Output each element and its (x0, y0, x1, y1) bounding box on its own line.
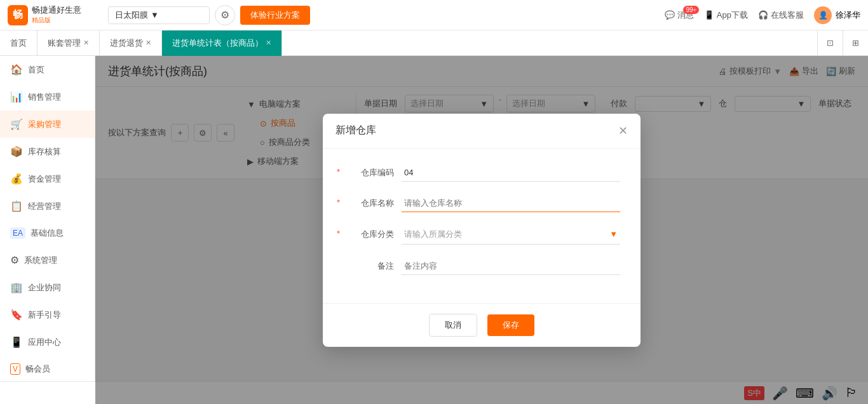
tab-purchase-stats-label: 进货单统计表（按商品） (172, 37, 263, 49)
form-row-note: 备注 (343, 257, 620, 275)
phone-icon: 📱 (704, 10, 714, 20)
sidebar-item-appcenter-label: 应用中心 (28, 337, 61, 348)
tab-purchase-returns-label: 进货退货 (110, 37, 143, 49)
sidebar-item-guide[interactable]: 🔖 新手引导 (0, 301, 95, 328)
new-warehouse-dialog: 新增仓库 ✕ 仓库编码 仓库名称 仓库分类 (323, 114, 641, 347)
gear-button[interactable]: ⚙ (215, 5, 235, 25)
tab-restore-button[interactable]: ⊡ (817, 30, 843, 56)
modal-overlay: 新增仓库 ✕ 仓库编码 仓库名称 仓库分类 (95, 56, 868, 404)
basic-icon: EA (10, 227, 25, 239)
code-input[interactable] (402, 164, 620, 182)
header-right: 💬 消息 99+ 📱 App下载 🎧 在线客服 👤 徐泽华 (665, 6, 860, 24)
name-input[interactable] (402, 194, 620, 212)
home-icon: 🏠 (10, 64, 23, 76)
top-header: 畅 畅捷通好生意 精品版 日太阳膜 ▼ ⚙ 体验行业方案 💬 消息 99+ 📱 … (0, 0, 868, 30)
sidebar-item-appcenter[interactable]: 📱 应用中心 (0, 328, 95, 356)
sidebar-item-home-label: 首页 (28, 64, 44, 76)
operation-icon: 📋 (10, 200, 23, 212)
sidebar-item-inventory-label: 库存核算 (28, 146, 61, 158)
sidebar-item-guide-label: 新手引导 (28, 309, 61, 321)
chevron-down-icon: ▼ (151, 10, 159, 20)
sidebar-item-purchase[interactable]: 🛒 采购管理 (0, 111, 95, 138)
sidebar-item-finance-label: 资金管理 (28, 173, 61, 185)
sidebar-item-operation[interactable]: 📋 经营管理 (0, 192, 95, 220)
sidebar-item-basic-label: 基础信息 (31, 227, 64, 239)
tab-accounts-close[interactable]: ✕ (83, 39, 89, 47)
inventory-icon: 📦 (10, 145, 23, 158)
dialog-title: 新增仓库 (336, 124, 376, 137)
logo-area: 畅 畅捷通好生意 精品版 (8, 5, 103, 25)
tab-maximize-button[interactable]: ⊞ (843, 30, 868, 56)
tab-purchase-returns[interactable]: 进货退货 ✕ (100, 30, 162, 56)
appcenter-icon: 📱 (10, 336, 23, 348)
form-row-category: 仓库分类 请输入所属分类 ▼ (343, 225, 620, 245)
enterprise-icon: 🏢 (10, 281, 23, 293)
name-label: 仓库名称 (343, 198, 394, 209)
member-icon: V (10, 363, 20, 375)
sidebar-item-purchase-label: 采购管理 (28, 119, 61, 130)
sidebar-item-enterprise-label: 企业协同 (28, 282, 61, 293)
sidebar-item-member[interactable]: V 畅会员 (0, 356, 95, 382)
save-button[interactable]: 保存 (487, 314, 534, 336)
logo-sub: 精品版 (32, 16, 81, 25)
content-area: 进货单统计(按商品) 🖨 按模板打印 ▼ 📤 导出 🔄 刷新 (95, 56, 868, 404)
logo-char: 畅 (13, 8, 23, 22)
guide-icon: 🔖 (10, 309, 23, 321)
store-selector[interactable]: 日太阳膜 ▼ (108, 6, 210, 24)
form-row-name: 仓库名称 (343, 194, 620, 212)
message-icon: 💬 (665, 10, 675, 20)
message-badge: 99+ (683, 6, 698, 14)
main-layout: 🏠 首页 📊 销售管理 🛒 采购管理 📦 库存核算 💰 资金管理 📋 经营管理 … (0, 56, 868, 404)
user-avatar: 👤 (814, 6, 832, 24)
logo-text: 畅捷通好生意 (32, 5, 81, 16)
tab-purchase-returns-close[interactable]: ✕ (146, 39, 151, 47)
category-chevron-icon: ▼ (609, 229, 618, 239)
online-service-item[interactable]: 🎧 在线客服 (758, 10, 804, 21)
sidebar-item-member-label: 畅会员 (25, 363, 50, 375)
dialog-close-button[interactable]: ✕ (618, 124, 628, 138)
store-name: 日太阳膜 (115, 10, 148, 21)
sidebar: 🏠 首页 📊 销售管理 🛒 采购管理 📦 库存核算 💰 资金管理 📋 经营管理 … (0, 56, 95, 404)
logo-icon: 畅 (8, 5, 28, 25)
headset-icon: 🎧 (758, 10, 768, 20)
sidebar-item-system-label: 系统管理 (24, 255, 57, 266)
tab-home-label: 首页 (10, 37, 27, 49)
finance-icon: 💰 (10, 173, 23, 185)
app-download-item[interactable]: 📱 App下载 (704, 10, 748, 21)
dialog-header: 新增仓库 ✕ (323, 114, 641, 149)
tab-bar: 首页 账套管理 ✕ 进货退货 ✕ 进货单统计表（按商品） ✕ ⊡ ⊞ (0, 30, 868, 56)
code-label: 仓库编码 (343, 167, 394, 178)
sales-icon: 📊 (10, 91, 23, 103)
form-row-code: 仓库编码 (343, 164, 620, 182)
tab-accounts-label: 账套管理 (48, 37, 81, 49)
app-download-label: App下载 (717, 10, 748, 21)
tab-home[interactable]: 首页 (0, 30, 37, 56)
category-label: 仓库分类 (343, 229, 394, 240)
sidebar-item-system[interactable]: ⚙ 系统管理 (0, 246, 95, 274)
note-input[interactable] (402, 257, 620, 275)
message-item[interactable]: 💬 消息 99+ (665, 10, 694, 21)
category-select[interactable]: 请输入所属分类 ▼ (402, 225, 620, 245)
sidebar-item-sales[interactable]: 📊 销售管理 (0, 83, 95, 111)
sidebar-item-basic[interactable]: EA 基础信息 (0, 220, 95, 246)
dialog-footer: 取消 保存 (323, 303, 641, 347)
system-icon: ⚙ (10, 254, 19, 266)
tab-purchase-stats[interactable]: 进货单统计表（按商品） ✕ (162, 30, 282, 56)
sidebar-item-inventory[interactable]: 📦 库存核算 (0, 138, 95, 165)
dialog-body: 仓库编码 仓库名称 仓库分类 请输入所属分类 ▼ (323, 149, 641, 303)
category-placeholder: 请输入所属分类 (404, 229, 462, 240)
sidebar-item-home[interactable]: 🏠 首页 (0, 56, 95, 83)
sidebar-item-sales-label: 销售管理 (28, 91, 61, 103)
sidebar-item-finance[interactable]: 💰 资金管理 (0, 165, 95, 192)
user-area[interactable]: 👤 徐泽华 (814, 6, 860, 24)
note-label: 备注 (343, 260, 394, 272)
online-service-label: 在线客服 (771, 10, 804, 21)
purchase-icon: 🛒 (10, 118, 23, 130)
tab-accounts[interactable]: 账套管理 ✕ (37, 30, 100, 56)
sidebar-item-enterprise[interactable]: 🏢 企业协同 (0, 274, 95, 301)
cancel-button[interactable]: 取消 (429, 314, 477, 337)
trial-button[interactable]: 体验行业方案 (240, 6, 310, 25)
username-label: 徐泽华 (836, 10, 860, 21)
sidebar-item-operation-label: 经营管理 (28, 201, 61, 212)
tab-purchase-stats-close[interactable]: ✕ (266, 39, 271, 47)
